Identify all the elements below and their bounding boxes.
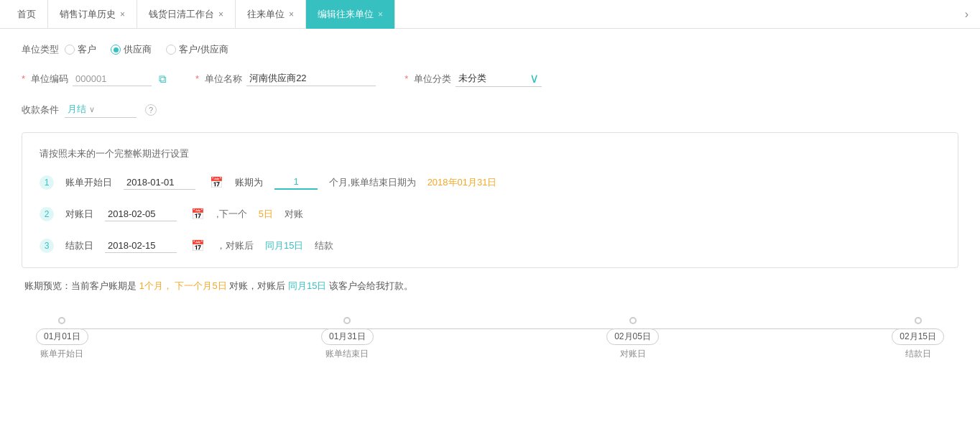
tl-dot-4 bbox=[915, 317, 922, 324]
radio-circle-both bbox=[166, 45, 176, 55]
radio-supplier-label: 供应商 bbox=[124, 43, 152, 56]
category-value: 未分类 bbox=[458, 72, 486, 85]
step-2-suffix3: 对账 bbox=[285, 208, 303, 221]
step-1-suffix: 个月,账单结束日期为 bbox=[329, 176, 416, 189]
timeline-container: 01月01日 账单开始日 01月31日 账单结束日 02月05日 对账日 02月… bbox=[22, 310, 958, 382]
step-1-period-input[interactable] bbox=[274, 175, 318, 190]
step-3-label: 结款日 bbox=[65, 239, 93, 252]
name-label: 单位名称 bbox=[205, 73, 242, 86]
tl-dot-3 bbox=[629, 317, 637, 324]
tab-edit-partner[interactable]: 编辑往来单位 × bbox=[306, 0, 395, 29]
step-1-date-input[interactable] bbox=[124, 175, 195, 190]
step-2-calendar-icon[interactable]: 📅 bbox=[191, 208, 205, 221]
code-input[interactable] bbox=[73, 72, 152, 86]
tl-label-1: 账单开始日 bbox=[40, 348, 83, 360]
tl-dot-1 bbox=[58, 317, 65, 324]
step-3-calendar-icon[interactable]: 📅 bbox=[191, 239, 205, 252]
category-select[interactable]: 未分类 ∨ bbox=[456, 70, 542, 87]
radio-circle-customer bbox=[65, 45, 75, 55]
radio-circle-supplier bbox=[111, 45, 121, 55]
timeline-point-1: 01月01日 账单开始日 bbox=[36, 317, 88, 360]
step-3-suffix2: 同月15日 bbox=[265, 239, 303, 252]
unit-type-row: 单位类型 客户 供应商 客户/供应商 bbox=[22, 43, 958, 56]
timeline-point-3: 02月05日 对账日 bbox=[606, 317, 659, 360]
unit-type-radio-group: 客户 供应商 客户/供应商 bbox=[65, 43, 228, 56]
tab-sales-order[interactable]: 销售订单历史 × bbox=[48, 0, 137, 29]
preview-part3: 同月15日 bbox=[288, 280, 326, 291]
name-group: * 单位名称 bbox=[195, 72, 376, 86]
tl-label-2: 账单结束日 bbox=[325, 348, 369, 360]
preview-text-row: 账期预览：当前客户账期是 1个月， 下一个月5日 对账，对账后 同月15日 该客… bbox=[22, 280, 958, 293]
radio-supplier[interactable]: 供应商 bbox=[111, 43, 152, 56]
step-2-label: 对账日 bbox=[65, 208, 93, 221]
step-1-label: 账单开始日 bbox=[65, 176, 112, 189]
code-group: * 单位编码 ⧉ bbox=[22, 72, 167, 86]
radio-both[interactable]: 客户/供应商 bbox=[166, 43, 228, 56]
close-cashflow[interactable]: × bbox=[218, 9, 223, 19]
close-partner[interactable]: × bbox=[289, 9, 294, 19]
tl-badge-4: 02月15日 bbox=[892, 328, 944, 345]
step-1-period-label: 账期为 bbox=[235, 176, 263, 189]
step-3-date-input[interactable] bbox=[105, 239, 177, 253]
tabs-more-button[interactable]: › bbox=[959, 8, 974, 21]
code-label: 单位编码 bbox=[31, 73, 68, 86]
tl-badge-2: 01月31日 bbox=[321, 328, 374, 345]
step-row-3: 3 结款日 📅 ，对账后 同月15日 结款 bbox=[40, 239, 940, 253]
payment-value: 月结 bbox=[68, 103, 86, 116]
name-input[interactable] bbox=[246, 72, 376, 86]
period-section: 请按照未来的一个完整帐期进行设置 1 账单开始日 📅 账期为 个月,账单结束日期… bbox=[22, 132, 958, 268]
step-num-1: 1 bbox=[40, 175, 54, 190]
code-required-star: * bbox=[22, 73, 25, 84]
tl-label-4: 结款日 bbox=[905, 348, 931, 360]
tl-label-3: 对账日 bbox=[620, 348, 646, 360]
step-num-2: 2 bbox=[40, 207, 54, 221]
tl-badge-1: 01月01日 bbox=[36, 328, 88, 345]
step-3-suffix3: 结款 bbox=[315, 239, 333, 252]
tabs-bar: 首页 销售订单历史 × 钱货日清工作台 × 往来单位 × 编辑往来单位 × › bbox=[0, 0, 980, 29]
preview-end: 该客户会给我打款。 bbox=[329, 280, 413, 291]
step-num-3: 3 bbox=[40, 239, 54, 253]
category-caret-icon: ∨ bbox=[530, 70, 539, 86]
tab-edit-partner-label: 编辑往来单位 bbox=[318, 8, 374, 21]
tab-home-label: 首页 bbox=[17, 8, 36, 21]
tab-sales-order-label: 销售订单历史 bbox=[60, 8, 116, 21]
category-group: * 单位分类 未分类 ∨ bbox=[405, 70, 542, 87]
timeline: 01月01日 账单开始日 01月31日 账单结束日 02月05日 对账日 02月… bbox=[36, 317, 944, 360]
tl-dot-2 bbox=[343, 317, 351, 324]
step-row-1: 1 账单开始日 📅 账期为 个月,账单结束日期为 2018年01月31日 bbox=[40, 175, 940, 190]
step-row-2: 2 对账日 📅 ,下一个 5日 对账 bbox=[40, 207, 940, 221]
section-instruction: 请按照未来的一个完整帐期进行设置 bbox=[40, 147, 940, 160]
step-2-suffix1: ,下一个 bbox=[216, 208, 247, 221]
tab-partner-label: 往来单位 bbox=[247, 8, 285, 21]
preview-mid: 对账，对账后 bbox=[229, 280, 285, 291]
code-copy-icon[interactable]: ⧉ bbox=[159, 73, 167, 86]
step-2-suffix2: 5日 bbox=[259, 208, 273, 221]
radio-both-label: 客户/供应商 bbox=[179, 43, 228, 56]
tab-cashflow[interactable]: 钱货日清工作台 × bbox=[137, 0, 236, 29]
code-name-category-row: * 单位编码 ⧉ * 单位名称 * 单位分类 未分类 ∨ bbox=[22, 70, 958, 87]
close-sales-order[interactable]: × bbox=[120, 9, 125, 19]
payment-row: 收款条件 月结 ∨ ? bbox=[22, 101, 958, 118]
payment-select[interactable]: 月结 ∨ bbox=[65, 101, 137, 118]
preview-label: 账期预览：当前客户账期是 bbox=[24, 280, 137, 291]
radio-customer-label: 客户 bbox=[78, 43, 96, 56]
preview-part2: 下一个月5日 bbox=[175, 280, 226, 291]
category-label: 单位分类 bbox=[414, 73, 451, 86]
payment-help-icon[interactable]: ? bbox=[145, 104, 157, 116]
category-required-star: * bbox=[405, 73, 408, 84]
tab-home[interactable]: 首页 bbox=[6, 0, 48, 29]
step-1-calendar-icon[interactable]: 📅 bbox=[210, 176, 223, 189]
radio-customer[interactable]: 客户 bbox=[65, 43, 96, 56]
step-2-date-input[interactable] bbox=[105, 207, 177, 221]
timeline-point-2: 01月31日 账单结束日 bbox=[321, 317, 374, 360]
name-required-star: * bbox=[195, 73, 199, 84]
preview-part1: 1个月， bbox=[139, 280, 172, 291]
tab-partner[interactable]: 往来单位 × bbox=[236, 0, 306, 29]
tl-badge-3: 02月05日 bbox=[606, 328, 659, 345]
unit-type-label: 单位类型 bbox=[22, 43, 59, 56]
payment-label: 收款条件 bbox=[22, 104, 59, 116]
payment-caret-icon: ∨ bbox=[89, 105, 95, 114]
close-edit-partner[interactable]: × bbox=[378, 9, 383, 19]
timeline-point-4: 02月15日 结款日 bbox=[892, 317, 944, 360]
main-content: 单位类型 客户 供应商 客户/供应商 * 单位编码 ⧉ * 单位名称 bbox=[0, 29, 980, 437]
